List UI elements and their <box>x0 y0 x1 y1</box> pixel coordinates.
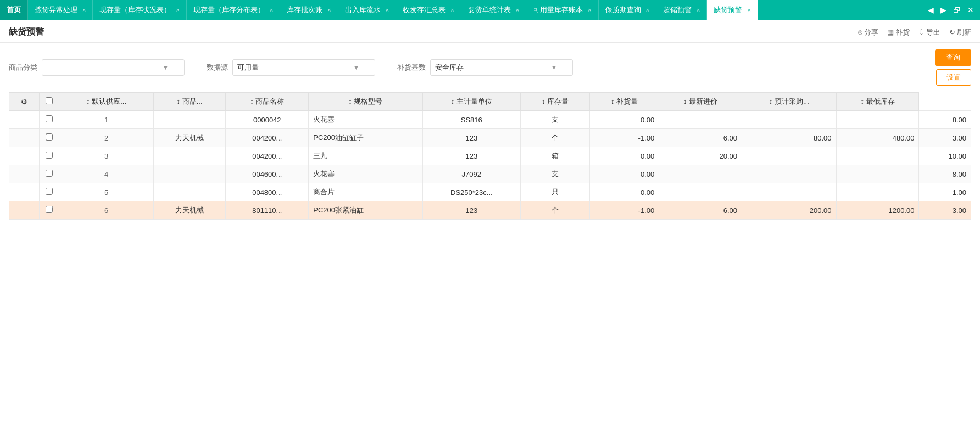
nav-tab-3[interactable]: 库存批次账× <box>280 0 338 20</box>
col-unit[interactable]: ↕ 主计量单位 <box>422 93 520 111</box>
nav-tab-close-5[interactable]: × <box>450 7 454 13</box>
col-code[interactable]: ↕ 商品... <box>153 93 226 111</box>
nav-tab-10[interactable]: 缺货预警× <box>707 0 758 20</box>
row-check-1[interactable] <box>40 129 59 147</box>
nav-tab-5[interactable]: 收发存汇总表× <box>396 0 461 20</box>
nav-tab-close-9[interactable]: × <box>697 7 700 13</box>
row-check-2[interactable] <box>40 147 59 165</box>
nav-restore-btn[interactable]: 🗗 <box>950 4 964 15</box>
row-min-stock-3: 8.00 <box>919 165 971 183</box>
row-est-purchase-2 <box>836 147 919 165</box>
nav-tab-close-4[interactable]: × <box>386 7 389 13</box>
refresh-action[interactable]: ↻ 刷新 <box>949 27 971 37</box>
row-checkbox-3[interactable] <box>46 170 53 177</box>
nav-tab-close-2[interactable]: × <box>270 7 273 13</box>
row-check-0[interactable] <box>40 111 59 129</box>
category-select[interactable]: ▼ <box>42 59 185 76</box>
settings-button[interactable]: 设置 <box>936 69 971 86</box>
row-check-3[interactable] <box>40 165 59 183</box>
row-num-3: 4 <box>59 165 154 183</box>
col-name[interactable]: ↕ 商品名称 <box>226 93 309 111</box>
nav-tab-0[interactable]: 拣货异常处理× <box>28 0 93 20</box>
row-code-2: 004200... <box>226 147 309 165</box>
export-action[interactable]: ⇩ 导出 <box>918 27 940 37</box>
col-latest-price[interactable]: ↕ 最新进价 <box>659 93 742 111</box>
check-all-checkbox[interactable] <box>46 97 53 104</box>
row-checkbox-0[interactable] <box>46 115 53 122</box>
row-supplier-5: 力天机械 <box>153 201 226 220</box>
home-label: 首页 <box>7 5 21 15</box>
row-min-stock-4: 1.00 <box>919 183 971 201</box>
row-latest-price-2 <box>742 147 837 165</box>
row-supplier-1: 力天机械 <box>153 129 226 147</box>
row-gear-3 <box>9 165 40 183</box>
row-spec-0: SS816 <box>422 111 520 129</box>
col-supplier[interactable]: ↕ 默认供应... <box>59 93 154 111</box>
nav-tab-close-1[interactable]: × <box>176 7 179 13</box>
datasource-value: 可用量 <box>237 63 259 72</box>
col-stock[interactable]: ↕ 库存量 <box>521 93 590 111</box>
col-gear[interactable]: ⚙ <box>9 93 40 111</box>
replenish-base-label: 补货基数 <box>397 63 426 72</box>
row-spec-1: 123 <box>422 129 520 147</box>
export-icon: ⇩ <box>918 28 925 36</box>
row-unit-2: 箱 <box>521 147 590 165</box>
nav-tab-6[interactable]: 要货单统计表× <box>461 0 526 20</box>
row-name-4: 离合片 <box>309 183 422 201</box>
nav-tab-9[interactable]: 超储预警× <box>656 0 707 20</box>
nav-controls: ◀ ▶ 🗗 ✕ <box>922 0 980 20</box>
table-head: ⚙ ↕ 默认供应... ↕ 商品... ↕ 商品名称 ↕ 规格型号 ↕ 主计量单… <box>9 93 971 111</box>
nav-tab-close-0[interactable]: × <box>82 7 86 13</box>
nav-tab-1[interactable]: 现存量（库存状况表）× <box>93 0 186 20</box>
row-checkbox-5[interactable] <box>46 206 53 213</box>
share-action[interactable]: ⎋ 分享 <box>858 27 878 37</box>
replenish-label: 补货 <box>895 27 910 37</box>
row-check-4[interactable] <box>40 183 59 201</box>
row-num-5: 6 <box>59 201 154 220</box>
row-stock-4: 0.00 <box>590 183 659 201</box>
filter-group-replenish: 补货基数 安全库存 ▼ <box>397 59 573 76</box>
row-supplier-0 <box>153 111 226 129</box>
nav-tab-label-4: 出入库流水 <box>345 5 381 15</box>
col-replenish[interactable]: ↕ 补货量 <box>590 93 659 111</box>
share-icon: ⎋ <box>858 28 862 36</box>
table-row: 3 004200... 三九 123 箱 0.00 20.00 10.00 <box>9 147 971 165</box>
row-latest-price-0 <box>742 111 837 129</box>
replenish-select[interactable]: 安全库存 ▼ <box>430 59 573 76</box>
nav-tab-close-3[interactable]: × <box>327 7 331 13</box>
nav-tab-home[interactable]: 首页 <box>0 0 28 20</box>
row-spec-5: 123 <box>422 201 520 220</box>
row-checkbox-1[interactable] <box>46 133 53 141</box>
col-min-stock[interactable]: ↕ 最低库存 <box>836 93 919 111</box>
category-label: 商品分类 <box>9 63 37 72</box>
row-min-stock-1: 3.00 <box>919 129 971 147</box>
row-check-5[interactable] <box>40 201 59 220</box>
row-gear-5 <box>9 201 40 220</box>
nav-tab-2[interactable]: 现存量（库存分布表）× <box>187 0 280 20</box>
nav-tab-close-8[interactable]: × <box>646 7 649 13</box>
nav-tab-7[interactable]: 可用量库存账本× <box>526 0 598 20</box>
col-spec[interactable]: ↕ 规格型号 <box>309 93 422 111</box>
query-button[interactable]: 查询 <box>935 49 971 66</box>
nav-tab-close-6[interactable]: × <box>516 7 519 13</box>
nav-prev-btn[interactable]: ◀ <box>925 4 937 15</box>
datasource-label: 数据源 <box>207 63 228 72</box>
col-check-all[interactable] <box>40 93 59 111</box>
row-stock-2: 0.00 <box>590 147 659 165</box>
nav-tab-4[interactable]: 出入库流水× <box>338 0 396 20</box>
page-title: 缺货预警 <box>9 26 44 38</box>
replenish-action[interactable]: ▦ 补货 <box>887 27 910 37</box>
row-checkbox-4[interactable] <box>46 188 53 195</box>
datasource-arrow-icon: ▼ <box>353 64 359 71</box>
nav-close-btn[interactable]: ✕ <box>965 4 977 15</box>
row-checkbox-2[interactable] <box>46 152 53 159</box>
nav-tab-8[interactable]: 保质期查询× <box>599 0 656 20</box>
nav-tab-close-10[interactable]: × <box>747 7 750 13</box>
row-replenish-3 <box>659 165 742 183</box>
col-est-purchase[interactable]: ↕ 预计采购... <box>742 93 837 111</box>
row-replenish-0 <box>659 111 742 129</box>
nav-tab-close-7[interactable]: × <box>588 7 591 13</box>
datasource-select[interactable]: 可用量 ▼ <box>232 59 375 76</box>
row-gear-1 <box>9 129 40 147</box>
nav-next-btn[interactable]: ▶ <box>938 4 949 15</box>
